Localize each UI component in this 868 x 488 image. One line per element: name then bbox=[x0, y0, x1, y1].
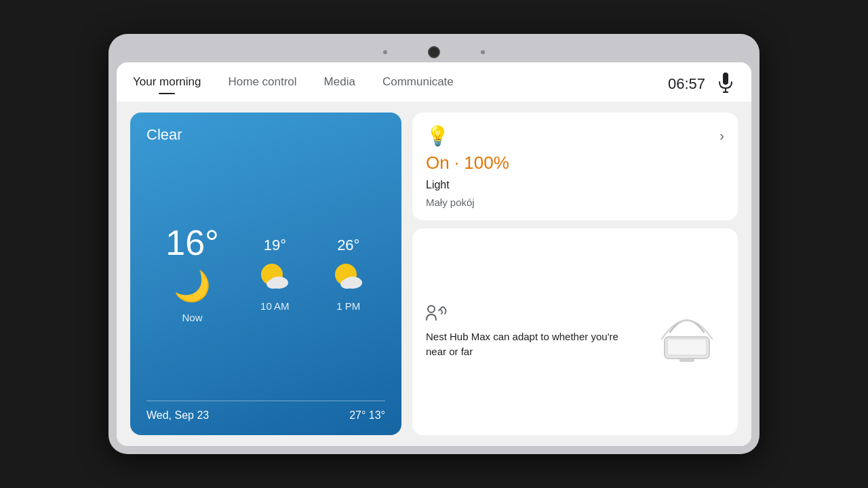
camera-lens bbox=[428, 46, 440, 58]
weather-temp-current: 16° bbox=[165, 225, 219, 260]
weather-condition: Clear bbox=[146, 126, 385, 144]
light-name: Light bbox=[426, 179, 724, 191]
weather-label-now: Now bbox=[182, 312, 203, 323]
person-wave-icon bbox=[426, 305, 639, 325]
nav-tabs: Your morning Home control Media Communic… bbox=[133, 75, 641, 93]
tab-communicate[interactable]: Communicate bbox=[382, 75, 454, 93]
nav-right: 06:57 bbox=[668, 72, 735, 96]
weather-divider bbox=[146, 401, 385, 401]
weather-hi-lo: 27° 13° bbox=[349, 409, 385, 422]
weather-card[interactable]: Clear 16° 🌙 Now 19° bbox=[130, 113, 401, 435]
nest-device-illustration bbox=[650, 302, 724, 363]
camera-dot-left bbox=[383, 50, 387, 54]
light-card-header: 💡 › bbox=[426, 125, 724, 147]
weather-10am: 19° 10 AM bbox=[257, 237, 292, 312]
svg-point-5 bbox=[267, 279, 280, 289]
weather-temp-1pm: 26° bbox=[337, 237, 359, 254]
device-frame: Your morning Home control Media Communic… bbox=[108, 34, 760, 454]
camera-bar bbox=[117, 42, 751, 62]
nest-text: Nest Hub Max can adapt to whether you're… bbox=[426, 305, 639, 359]
tab-home-control[interactable]: Home control bbox=[229, 75, 297, 93]
weather-footer: Wed, Sep 23 27° 13° bbox=[146, 409, 385, 422]
partly-cloudy-icon-10am bbox=[257, 260, 292, 295]
nest-description: Nest Hub Max can adapt to whether you're… bbox=[426, 329, 639, 359]
light-status: On · 100% bbox=[426, 152, 724, 174]
weather-temp-10am: 19° bbox=[264, 237, 286, 254]
weather-label-10am: 10 AM bbox=[260, 300, 290, 312]
bulb-icon: 💡 bbox=[426, 125, 450, 147]
svg-rect-12 bbox=[679, 359, 694, 362]
svg-rect-0 bbox=[723, 73, 728, 85]
camera-dot-right bbox=[481, 50, 485, 54]
nav-bar: Your morning Home control Media Communic… bbox=[117, 62, 751, 102]
chevron-right-icon[interactable]: › bbox=[719, 128, 724, 144]
weather-label-1pm: 1 PM bbox=[336, 300, 360, 312]
weather-low: 13° bbox=[369, 409, 385, 421]
weather-body: 16° 🌙 Now 19° bbox=[146, 155, 385, 394]
svg-rect-11 bbox=[667, 339, 707, 355]
tab-your-morning[interactable]: Your morning bbox=[133, 75, 201, 93]
mic-icon[interactable] bbox=[716, 72, 735, 96]
main-content: Clear 16° 🌙 Now 19° bbox=[117, 102, 751, 446]
light-location: Mały pokój bbox=[426, 197, 724, 208]
moon-icon: 🌙 bbox=[174, 268, 211, 304]
tab-media[interactable]: Media bbox=[324, 75, 355, 93]
weather-high: 27° bbox=[349, 409, 366, 421]
light-card[interactable]: 💡 › On · 100% Light Mały pokój bbox=[412, 113, 738, 220]
right-column: 💡 › On · 100% Light Mały pokój bbox=[412, 113, 738, 435]
partly-cloudy-icon-1pm bbox=[331, 260, 366, 295]
weather-now: 16° 🌙 Now bbox=[165, 225, 219, 323]
nest-card[interactable]: Nest Hub Max can adapt to whether you're… bbox=[412, 228, 738, 435]
svg-point-9 bbox=[428, 306, 435, 312]
weather-date: Wed, Sep 23 bbox=[146, 409, 209, 422]
screen: Your morning Home control Media Communic… bbox=[117, 62, 751, 446]
weather-1pm: 26° 1 PM bbox=[331, 237, 366, 312]
svg-point-8 bbox=[340, 279, 354, 289]
time-display: 06:57 bbox=[668, 75, 705, 93]
